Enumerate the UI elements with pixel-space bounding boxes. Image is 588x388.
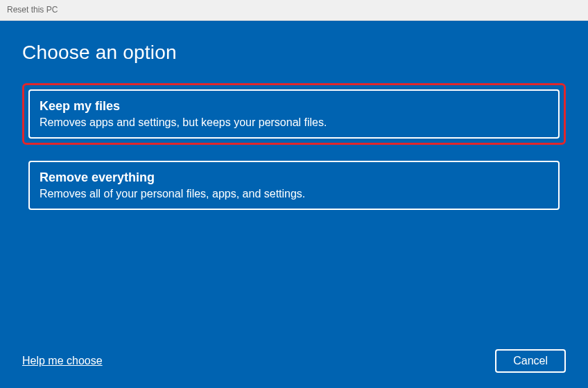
option-description: Removes apps and settings, but keeps you… [40, 116, 548, 129]
option-title: Remove everything [40, 170, 548, 185]
window-title: Reset this PC [7, 5, 58, 15]
page-heading: Choose an option [22, 42, 566, 64]
option-highlight-frame: Keep my files Removes apps and settings,… [22, 83, 566, 145]
window-titlebar: Reset this PC [0, 0, 588, 21]
option-frame: Remove everything Removes all of your pe… [22, 155, 566, 216]
cancel-button[interactable]: Cancel [495, 349, 566, 373]
dialog-footer: Help me choose Cancel [22, 349, 566, 373]
option-remove-everything[interactable]: Remove everything Removes all of your pe… [28, 161, 560, 210]
help-me-choose-link[interactable]: Help me choose [22, 355, 103, 367]
option-keep-my-files[interactable]: Keep my files Removes apps and settings,… [28, 89, 560, 139]
option-description: Removes all of your personal files, apps… [40, 188, 548, 200]
option-title: Keep my files [40, 99, 548, 114]
dialog-content: Choose an option Keep my files Removes a… [0, 21, 588, 388]
